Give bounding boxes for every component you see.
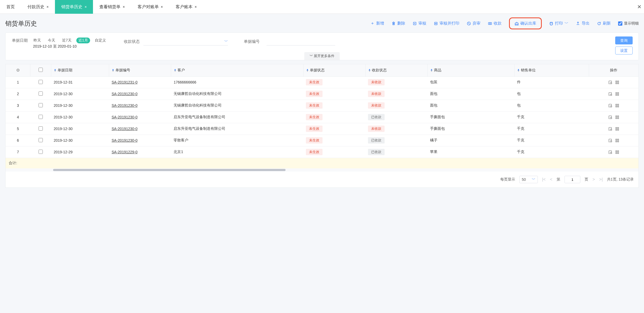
- more-icon[interactable]: [615, 150, 619, 154]
- row-checkbox[interactable]: [39, 150, 43, 154]
- doc-no-link[interactable]: SA-20191230-0: [111, 92, 137, 96]
- refresh-button[interactable]: 刷新: [597, 21, 611, 26]
- prev-page-button[interactable]: <: [550, 177, 552, 182]
- more-icon[interactable]: [615, 115, 619, 119]
- doc-no-link[interactable]: SA-20191230-0: [111, 138, 137, 142]
- more-icon[interactable]: [615, 80, 619, 84]
- stamp-print-icon: [434, 21, 438, 26]
- show-detail-checkbox[interactable]: [618, 21, 622, 26]
- row-checkbox[interactable]: [39, 115, 43, 119]
- view-icon[interactable]: [608, 115, 612, 119]
- tab-close-icon[interactable]: ×: [46, 0, 49, 14]
- view-icon[interactable]: [608, 104, 612, 107]
- tab-close-icon[interactable]: ×: [123, 0, 125, 14]
- doc-no-link[interactable]: SA-20191230-0: [111, 103, 137, 108]
- more-icon[interactable]: [615, 104, 619, 107]
- check-all[interactable]: [39, 68, 43, 72]
- unaudit-button[interactable]: 弃审: [467, 21, 480, 26]
- cell-customer: 启东升亚电气设备制造有限公司: [171, 123, 303, 135]
- chevron-down-icon: ﹀: [224, 39, 228, 44]
- doc-no-link[interactable]: SA-20191231-0: [111, 80, 137, 84]
- close-all-tabs[interactable]: ×: [637, 3, 641, 11]
- svg-rect-27: [616, 118, 617, 119]
- range-自定义[interactable]: 自定义: [93, 38, 108, 43]
- audit-button[interactable]: 审核: [413, 21, 426, 26]
- tab-销货单历史[interactable]: 销货单历史×: [55, 0, 93, 14]
- col-customer[interactable]: ▲▼客户: [171, 64, 303, 76]
- more-icon[interactable]: [615, 127, 619, 131]
- docno-input[interactable]: [267, 38, 335, 45]
- more-icon[interactable]: [615, 92, 619, 96]
- row-index: 6: [6, 135, 30, 146]
- view-icon[interactable]: [608, 80, 612, 84]
- docno-label: 单据编号: [244, 39, 260, 44]
- row-checkbox[interactable]: [39, 103, 43, 107]
- col-product[interactable]: ▲▼商品: [427, 64, 514, 76]
- show-detail-toggle[interactable]: 显示明细: [618, 21, 639, 26]
- row-checkbox[interactable]: [39, 80, 43, 84]
- tab-首页[interactable]: 首页: [0, 0, 21, 14]
- view-icon[interactable]: [608, 92, 612, 96]
- confirm-out-button[interactable]: 确认出库: [509, 17, 542, 29]
- paystate-dropdown[interactable]: ﹀: [143, 38, 228, 45]
- view-icon[interactable]: [608, 150, 612, 154]
- print-button[interactable]: 打印 ﹀: [549, 21, 568, 26]
- pay-status-badge: 未收款: [368, 91, 385, 97]
- svg-rect-31: [616, 127, 617, 128]
- add-button[interactable]: ＋新增: [370, 21, 384, 26]
- col-doc-status[interactable]: ▲▼单据状态: [303, 64, 365, 76]
- range-近7天[interactable]: 近7天: [60, 38, 74, 43]
- doc-no-link[interactable]: SA-20191230-0: [111, 115, 137, 119]
- cell-date: 2019-12-30: [51, 88, 109, 100]
- pay-status-badge: 已收款: [368, 149, 385, 155]
- col-pay-status[interactable]: ▲▼收款状态: [365, 64, 427, 76]
- range-今天[interactable]: 今天: [46, 38, 57, 43]
- pay-status-badge: 已收款: [368, 114, 385, 120]
- row-checkbox[interactable]: [39, 126, 43, 131]
- audit-print-button[interactable]: 审核并打印: [434, 21, 459, 26]
- row-checkbox[interactable]: [39, 138, 43, 142]
- col-check-all[interactable]: [30, 64, 51, 76]
- row-checkbox[interactable]: [39, 91, 43, 96]
- row-index: 7: [6, 146, 30, 158]
- view-icon[interactable]: [608, 127, 612, 131]
- money-icon: [488, 21, 492, 26]
- next-page-button[interactable]: >: [592, 177, 595, 182]
- expand-filters-button[interactable]: ︾ 展开更多条件: [304, 52, 340, 60]
- tab-客户对账单[interactable]: 客户对账单×: [131, 0, 169, 14]
- tab-付款历史[interactable]: 付款历史×: [21, 0, 55, 14]
- per-page-select[interactable]: 50﹀: [519, 176, 538, 183]
- query-button[interactable]: 查询: [615, 36, 633, 44]
- cell-customer: 17666666666: [171, 76, 303, 88]
- last-page-button[interactable]: >|: [599, 177, 603, 182]
- tab-close-icon[interactable]: ×: [195, 0, 197, 14]
- svg-rect-46: [618, 153, 619, 154]
- col-settings[interactable]: ⚙: [6, 64, 30, 76]
- cell-product: 包装: [427, 76, 514, 88]
- cell-customer: 零散客户: [171, 135, 303, 146]
- tab-查看销货单[interactable]: 查看销货单×: [93, 0, 131, 14]
- tab-客户账本[interactable]: 客户账本×: [169, 0, 203, 14]
- range-近1月[interactable]: 近1月: [76, 38, 90, 43]
- page-input[interactable]: [564, 176, 580, 183]
- receive-button[interactable]: 收款: [488, 21, 502, 26]
- col-unit[interactable]: ▲▼销售单位: [514, 64, 589, 76]
- range-昨天[interactable]: 昨天: [31, 38, 43, 43]
- first-page-button[interactable]: |<: [542, 177, 546, 182]
- more-icon[interactable]: [615, 139, 619, 142]
- cell-product: 面包: [427, 88, 514, 100]
- svg-rect-37: [616, 139, 617, 140]
- export-button[interactable]: 导出: [576, 21, 590, 26]
- horizontal-scrollbar[interactable]: [6, 168, 638, 172]
- col-date[interactable]: ▲▼单据日期: [51, 64, 109, 76]
- tab-close-icon[interactable]: ×: [161, 0, 163, 14]
- settings-button[interactable]: 设置: [615, 47, 633, 54]
- svg-rect-43: [616, 151, 617, 152]
- delete-button[interactable]: 删除: [391, 21, 405, 26]
- doc-no-link[interactable]: SA-20191230-0: [111, 127, 137, 131]
- tab-close-icon[interactable]: ×: [85, 0, 87, 14]
- view-icon[interactable]: [608, 139, 612, 142]
- cell-unit: 件: [514, 76, 589, 88]
- col-no[interactable]: ▲▼单据编号: [109, 64, 171, 76]
- doc-no-link[interactable]: SA-20191229-0: [111, 150, 137, 154]
